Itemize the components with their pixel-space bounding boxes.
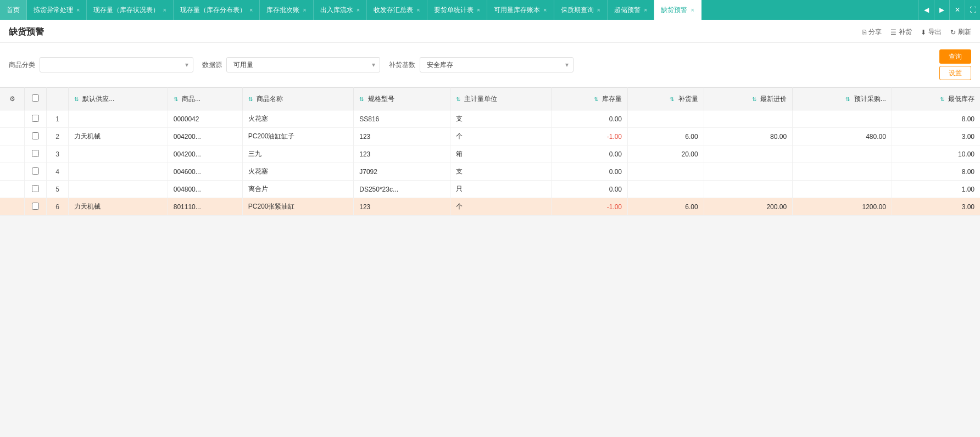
data-table: ⚙ ⇅ 默认供应... ⇅ 商品... bbox=[0, 87, 980, 216]
row-checkbox[interactable] bbox=[32, 185, 39, 192]
row-stock: 0.00 bbox=[552, 163, 628, 181]
row-replenish: 6.00 bbox=[628, 128, 704, 145]
row-checkbox-cell[interactable] bbox=[25, 128, 47, 145]
col-header-plan-purchase[interactable]: ⇅ 预计采购... bbox=[793, 88, 892, 110]
col-header-checkbox[interactable] bbox=[25, 88, 47, 110]
tab-defect-exception[interactable]: 拣货异常处理 × bbox=[27, 0, 87, 20]
row-unit: 个 bbox=[450, 128, 552, 145]
row-settings-cell bbox=[0, 198, 25, 216]
col-min-label: 最低库存 bbox=[948, 95, 975, 103]
tab-overstock-close[interactable]: × bbox=[644, 7, 647, 13]
row-num: 5 bbox=[47, 181, 69, 198]
tab-fullscreen-button[interactable]: ⛶ bbox=[965, 0, 980, 20]
row-min-stock: 3.00 bbox=[892, 198, 980, 216]
tab-inout-flow[interactable]: 出入库流水 × bbox=[314, 0, 367, 20]
row-settings-cell bbox=[0, 110, 25, 128]
refresh-icon: ↻ bbox=[950, 29, 956, 36]
col-header-stock[interactable]: ⇅ 库存量 bbox=[552, 88, 628, 110]
col-header-settings[interactable]: ⚙ bbox=[0, 88, 25, 110]
tab-close-button[interactable]: ✕ bbox=[949, 0, 965, 20]
tab-order-stat-close[interactable]: × bbox=[477, 7, 480, 13]
row-checkbox-cell[interactable] bbox=[25, 163, 47, 181]
col-header-min-stock[interactable]: ⇅ 最低库存 bbox=[892, 88, 980, 110]
refresh-button[interactable]: ↻ 刷新 bbox=[950, 27, 971, 37]
row-code: 004800... bbox=[168, 181, 242, 198]
tab-stock-status[interactable]: 现存量（库存状况表） × bbox=[87, 0, 173, 20]
row-code: 004200... bbox=[168, 128, 242, 145]
row-unit: 支 bbox=[450, 110, 552, 128]
row-checkbox[interactable] bbox=[32, 132, 39, 139]
replenish-base-label: 补货基数 bbox=[389, 60, 415, 70]
col-header-supplier[interactable]: ⇅ 默认供应... bbox=[69, 88, 168, 110]
tab-prev-button[interactable]: ◀ bbox=[918, 0, 934, 20]
tab-inout-flow-close[interactable]: × bbox=[357, 7, 360, 13]
col-replenish-label: 补货量 bbox=[678, 95, 698, 103]
col-header-code[interactable]: ⇅ 商品... bbox=[168, 88, 242, 110]
query-button[interactable]: 查询 bbox=[939, 49, 971, 64]
table-body: 1 0000042 火花塞 SS816 支 0.00 8.00 2 力天机械 0… bbox=[0, 110, 980, 216]
tab-stock-status-label: 现存量（库存状况表） bbox=[93, 5, 159, 15]
tab-next-button[interactable]: ▶ bbox=[934, 0, 949, 20]
export-button[interactable]: ⬇ 导出 bbox=[921, 27, 942, 37]
col-header-unit[interactable]: ⇅ 主计量单位 bbox=[450, 88, 552, 110]
page-content: 缺货预警 ⎘ 分享 ☰ 补货 ⬇ 导出 ↻ 刷新 bbox=[0, 20, 980, 216]
row-checkbox[interactable] bbox=[32, 203, 39, 210]
row-plan-purchase bbox=[793, 163, 892, 181]
replenish-label: 补货 bbox=[899, 27, 912, 37]
category-select[interactable]: ▾ bbox=[40, 57, 193, 72]
col-stock-label: 库存量 bbox=[602, 95, 622, 103]
tab-stock-status-close[interactable]: × bbox=[163, 7, 166, 13]
tab-shortage-close[interactable]: × bbox=[691, 7, 694, 13]
page-title: 缺货预警 bbox=[9, 26, 44, 38]
row-checkbox[interactable] bbox=[32, 115, 39, 122]
tab-home[interactable]: 首页 bbox=[0, 0, 27, 20]
row-checkbox-cell[interactable] bbox=[25, 145, 47, 163]
row-checkbox-cell[interactable] bbox=[25, 198, 47, 216]
tab-defect-exception-close[interactable]: × bbox=[76, 7, 80, 13]
row-checkbox-cell[interactable] bbox=[25, 181, 47, 198]
replenish-button[interactable]: ☰ 补货 bbox=[890, 27, 912, 37]
datasource-select[interactable]: 可用量 ▾ bbox=[226, 57, 380, 72]
row-num: 3 bbox=[47, 145, 69, 163]
select-all-checkbox[interactable] bbox=[32, 94, 39, 102]
table-row: 5 004800... 离合片 DS250*23c... 只 0.00 1.00 bbox=[0, 181, 980, 198]
row-checkbox-cell[interactable] bbox=[25, 110, 47, 128]
tab-expiry-query-close[interactable]: × bbox=[597, 7, 600, 13]
row-checkbox[interactable] bbox=[32, 167, 39, 175]
tab-overstock[interactable]: 超储预警 × bbox=[608, 0, 654, 20]
tab-available-ledger[interactable]: 可用量库存账本 × bbox=[487, 0, 554, 20]
tab-expiry-query[interactable]: 保质期查询 × bbox=[554, 0, 608, 20]
tab-batch-ledger-label: 库存批次账 bbox=[266, 5, 299, 15]
tab-shortage[interactable]: 缺货预警 × bbox=[654, 0, 701, 20]
tab-collect-summary-label: 收发存汇总表 bbox=[374, 5, 413, 15]
row-num: 1 bbox=[47, 110, 69, 128]
spec-sort-icon: ⇅ bbox=[359, 96, 364, 102]
tab-available-ledger-label: 可用量库存账本 bbox=[494, 5, 540, 15]
tab-available-ledger-close[interactable]: × bbox=[543, 7, 547, 13]
header-actions: ⎘ 分享 ☰ 补货 ⬇ 导出 ↻ 刷新 bbox=[862, 27, 971, 37]
row-plan-purchase bbox=[793, 145, 892, 163]
tab-batch-ledger-close[interactable]: × bbox=[303, 7, 306, 13]
col-header-name[interactable]: ⇅ 商品名称 bbox=[242, 88, 353, 110]
table-settings-icon[interactable]: ⚙ bbox=[5, 92, 19, 105]
col-header-spec[interactable]: ⇅ 规格型号 bbox=[354, 88, 450, 110]
row-num: 4 bbox=[47, 163, 69, 181]
col-header-replenish[interactable]: ⇅ 补货量 bbox=[628, 88, 704, 110]
share-button[interactable]: ⎘ 分享 bbox=[862, 27, 882, 37]
settings-button[interactable]: 设置 bbox=[939, 66, 971, 80]
replenish-base-filter-group: 补货基数 安全库存 ▾ bbox=[389, 57, 573, 72]
datasource-filter-group: 数据源 可用量 ▾ bbox=[202, 57, 380, 72]
tab-order-stat[interactable]: 要货单统计表 × bbox=[427, 0, 487, 20]
tab-stock-dist[interactable]: 现存量（库存分布表） × bbox=[174, 0, 260, 20]
row-checkbox[interactable] bbox=[32, 150, 39, 157]
tab-collect-summary-close[interactable]: × bbox=[416, 7, 420, 13]
row-unit: 只 bbox=[450, 181, 552, 198]
tab-stock-dist-close[interactable]: × bbox=[249, 7, 253, 13]
replenish-base-select[interactable]: 安全库存 ▾ bbox=[420, 57, 573, 72]
tab-collect-summary[interactable]: 收发存汇总表 × bbox=[367, 0, 427, 20]
col-header-latest-price[interactable]: ⇅ 最新进价 bbox=[704, 88, 793, 110]
tab-batch-ledger[interactable]: 库存批次账 × bbox=[260, 0, 313, 20]
table-row: 3 004200... 三九 123 箱 0.00 20.00 10.00 bbox=[0, 145, 980, 163]
row-stock: 0.00 bbox=[552, 145, 628, 163]
row-latest-price: 200.00 bbox=[704, 198, 793, 216]
